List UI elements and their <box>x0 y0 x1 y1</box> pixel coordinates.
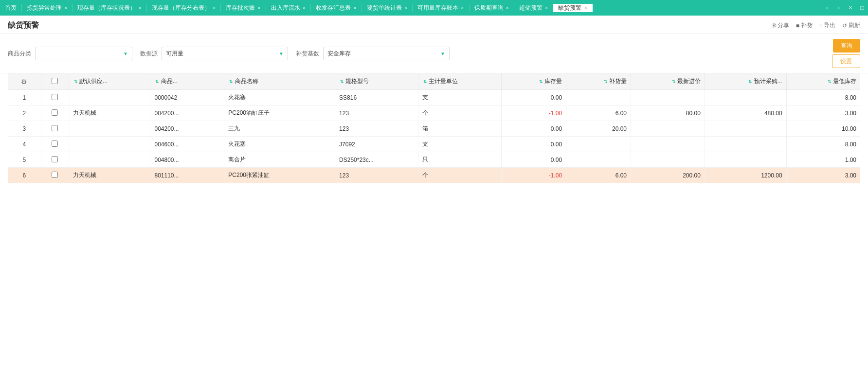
refresh-icon: ↺ <box>842 22 847 29</box>
tab-close-overstock[interactable]: × <box>545 5 548 11</box>
query-button[interactable]: 查询 <box>833 39 860 53</box>
tab-bar: 首页拣货异常处理×现存量（库存状况表）×现存量（库存分布表）×库存批次账×出入库… <box>0 0 868 16</box>
refresh-button[interactable]: ↺ 刷新 <box>842 21 860 30</box>
tab-inout-flow[interactable]: 出入库流水× <box>266 4 311 12</box>
cell-index: 3 <box>8 121 41 137</box>
tab-close-inout-flow[interactable]: × <box>303 5 306 11</box>
tab-shortage[interactable]: 缺货预警× <box>553 4 592 12</box>
tab-close-collect-summary[interactable]: × <box>353 5 356 11</box>
th-min-stock: ⇅ 最低库存 <box>786 73 860 90</box>
th-unit-sort-icon: ⇅ <box>423 79 427 84</box>
tab-home[interactable]: 首页 <box>0 4 22 12</box>
cell-checkbox[interactable] <box>41 152 69 168</box>
row-checkbox[interactable] <box>52 109 58 116</box>
cell-supplier <box>69 137 150 152</box>
table-body: 1 0000042 火花塞 SS816 支 0.00 8.00 2 力天机械 0… <box>8 90 860 183</box>
cell-estimate-purchase <box>705 137 786 152</box>
settings-button[interactable]: 设置 <box>832 54 860 68</box>
tab-inventory-dist[interactable]: 现存量（库存分布表）× <box>147 4 221 12</box>
datasource-label: 数据源 <box>140 50 158 58</box>
th-minstock-sort-icon: ⇅ <box>828 79 832 84</box>
cell-supplier <box>69 152 150 168</box>
share-icon: ⎘ <box>773 22 776 29</box>
th-supplier: ⇅ 默认供应... <box>69 73 150 90</box>
table-row: 4 004600... 火花塞 J7092 支 0.00 8.00 <box>8 137 860 152</box>
cell-estimate-purchase <box>705 90 786 106</box>
row-checkbox[interactable] <box>52 141 58 147</box>
tab-collect-summary[interactable]: 收发存汇总表× <box>311 4 362 12</box>
cell-replenish: 6.00 <box>566 106 631 121</box>
tab-close-order-stats[interactable]: × <box>404 5 407 11</box>
tab-close-batch-account[interactable]: × <box>257 5 260 11</box>
tab-abnormal[interactable]: 拣货异常处理× <box>22 4 72 12</box>
cell-stock: -1.00 <box>502 168 566 183</box>
cell-stock: 0.00 <box>502 90 566 106</box>
cell-stock: -1.00 <box>502 106 566 121</box>
tab-close-inventory-dist[interactable]: × <box>213 5 216 11</box>
tab-available-ledger[interactable]: 可用量库存账本× <box>413 4 469 12</box>
cell-supplier: 力天机械 <box>69 106 150 121</box>
tab-nav-close[interactable]: × <box>845 0 856 16</box>
cell-latest-price <box>631 137 705 152</box>
column-settings-icon[interactable]: ⚙ <box>21 78 27 86</box>
category-select[interactable]: ▼ <box>35 47 132 60</box>
tab-nav-right[interactable]: › <box>833 0 845 16</box>
tab-expiry-query[interactable]: 保质期查询× <box>470 4 514 12</box>
cell-code: 004200... <box>150 106 224 121</box>
cell-name: 火花塞 <box>224 137 335 152</box>
row-checkbox[interactable] <box>52 156 58 162</box>
cell-stock: 0.00 <box>502 137 566 152</box>
cell-name: 三九 <box>224 121 335 137</box>
table-row: 1 0000042 火花塞 SS816 支 0.00 8.00 <box>8 90 860 106</box>
table-container: ⚙ ⇅ 默认供应... ⇅ 商品... ⇅ 商品名称 <box>0 73 868 183</box>
datasource-select[interactable]: 可用量 ▼ <box>162 47 288 60</box>
cell-estimate-purchase: 480.00 <box>705 106 786 121</box>
th-stock: ⇅ 库存量 <box>502 73 566 90</box>
page-content: 缺货预警 ⎘ 分享 ■ 补货 ↑ 导出 ↺ 刷新 商品分类 <box>0 16 868 387</box>
replenish-base-select[interactable]: 安全库存 ▼ <box>323 47 450 60</box>
cell-latest-price <box>631 152 705 168</box>
cell-estimate-purchase: 1200.00 <box>705 168 786 183</box>
replenish-button[interactable]: ■ 补货 <box>796 21 813 30</box>
tab-close-inventory-status[interactable]: × <box>138 5 141 11</box>
cell-replenish <box>566 152 631 168</box>
tab-close-abnormal[interactable]: × <box>64 5 67 11</box>
tab-close-shortage[interactable]: × <box>584 5 587 11</box>
select-all-checkbox[interactable] <box>52 78 58 84</box>
cell-index: 5 <box>8 152 41 168</box>
tab-batch-account[interactable]: 库存批次账× <box>221 4 266 12</box>
datasource-filter-group: 数据源 可用量 ▼ <box>140 47 288 60</box>
share-button[interactable]: ⎘ 分享 <box>773 21 789 30</box>
cell-checkbox[interactable] <box>41 106 69 121</box>
cell-min-stock: 8.00 <box>786 90 860 106</box>
cell-code: 801110... <box>150 168 224 183</box>
tab-close-expiry-query[interactable]: × <box>506 5 509 11</box>
row-checkbox[interactable] <box>52 94 58 100</box>
row-checkbox[interactable] <box>52 172 58 178</box>
cell-stock: 0.00 <box>502 152 566 168</box>
cell-code: 004800... <box>150 152 224 168</box>
tab-inventory-status[interactable]: 现存量（库存状况表）× <box>72 4 146 12</box>
th-settings: ⚙ <box>8 73 41 90</box>
filter-bar: 商品分类 ▼ 数据源 可用量 ▼ 补货基数 安全库存 ▼ 查询 设置 <box>0 34 868 73</box>
cell-checkbox[interactable] <box>41 137 69 152</box>
replenish-base-dropdown-icon: ▼ <box>440 51 445 56</box>
cell-checkbox[interactable] <box>41 168 69 183</box>
replenish-base-label: 补货基数 <box>296 50 319 58</box>
cell-latest-price: 200.00 <box>631 168 705 183</box>
tab-order-stats[interactable]: 要货单统计表× <box>362 4 413 12</box>
cell-unit: 支 <box>418 137 501 152</box>
cell-checkbox[interactable] <box>41 90 69 106</box>
data-table: ⚙ ⇅ 默认供应... ⇅ 商品... ⇅ 商品名称 <box>8 73 860 183</box>
cell-spec: 123 <box>335 106 418 121</box>
th-spec: ⇅ 规格型号 <box>335 73 418 90</box>
tab-overstock[interactable]: 超储预警× <box>514 4 553 12</box>
row-checkbox[interactable] <box>52 125 58 131</box>
tab-nav-expand[interactable]: □ <box>856 0 868 16</box>
th-replenish: ⇅ 补货量 <box>566 73 631 90</box>
cell-checkbox[interactable] <box>41 121 69 137</box>
tab-close-available-ledger[interactable]: × <box>461 5 464 11</box>
tab-nav-left[interactable]: ‹ <box>821 0 833 16</box>
cell-code: 004200... <box>150 121 224 137</box>
export-button[interactable]: ↑ 导出 <box>819 21 835 30</box>
